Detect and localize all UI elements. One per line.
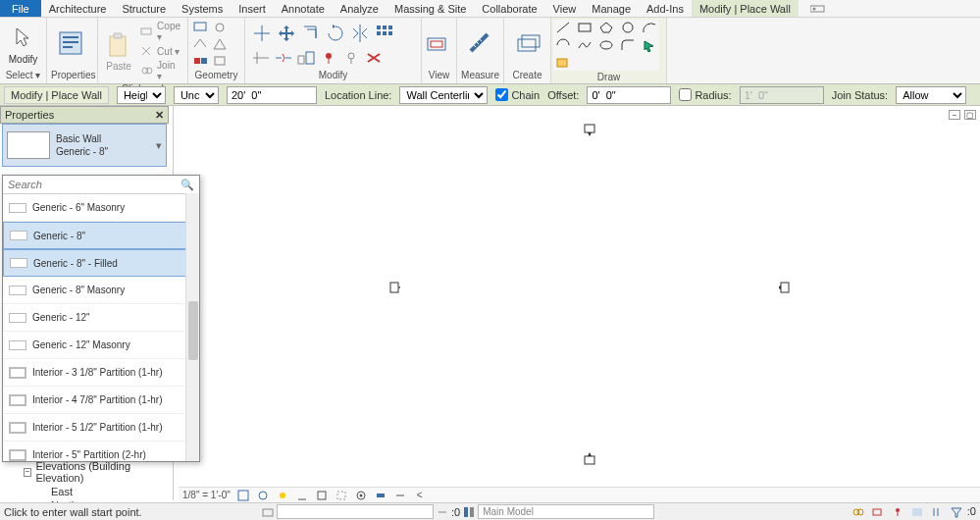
unpin-icon[interactable] — [341, 50, 361, 66]
drawing-canvas[interactable] — [173, 106, 980, 500]
type-selector[interactable]: Basic Wall Generic - 8" ▾ — [2, 124, 167, 167]
delete-icon[interactable] — [364, 50, 384, 66]
select-face-icon[interactable] — [909, 505, 925, 519]
rotate-icon[interactable] — [325, 23, 346, 44]
draw-polygon-icon[interactable] — [596, 20, 616, 35]
select-group-label[interactable]: Select ▾ — [4, 69, 42, 81]
geometry-icon-5[interactable] — [212, 37, 230, 51]
tab-manage[interactable]: Manage — [584, 0, 639, 17]
reveal-icon[interactable] — [374, 489, 387, 502]
select-underlay-icon[interactable] — [870, 505, 886, 519]
type-item[interactable]: Generic - 12" Masonry — [3, 332, 199, 359]
hide-isolate-icon[interactable] — [354, 489, 368, 502]
dropdown-scrollbar[interactable] — [185, 193, 199, 461]
type-item[interactable]: Interior - 5 1/2" Partition (1-hr) — [3, 414, 199, 442]
radius-checkbox[interactable]: Radius: — [679, 88, 731, 101]
tab-structure[interactable]: Structure — [114, 0, 174, 17]
type-item[interactable]: Generic - 12" — [3, 304, 199, 332]
geometry-icon-6[interactable] — [212, 54, 230, 68]
elevation-marker-north[interactable] — [583, 124, 596, 137]
constraint-dropdown[interactable]: Unconﾠ▾ — [174, 86, 219, 104]
align-icon[interactable] — [251, 23, 273, 44]
measure-button[interactable] — [461, 28, 499, 60]
detail-level-icon[interactable] — [236, 489, 250, 502]
temp-view-props-icon[interactable] — [393, 489, 407, 502]
crop-visible-icon[interactable] — [335, 489, 348, 502]
restore-icon[interactable]: ▢ — [964, 110, 976, 120]
tree-node-elevations[interactable]: − Elevations (Building Elevation) — [2, 459, 171, 485]
join-status-dropdown[interactable]: Allow — [896, 86, 966, 104]
search-icon[interactable]: 🔍 — [176, 179, 199, 191]
draw-pickface-icon[interactable] — [553, 55, 573, 71]
minimize-icon[interactable]: − — [949, 110, 960, 120]
worksets-icon[interactable] — [260, 505, 276, 519]
pin-icon[interactable] — [319, 50, 338, 66]
drag-elements-icon[interactable] — [929, 505, 945, 519]
draw-arc2-icon[interactable] — [553, 37, 573, 53]
tree-leaf-east[interactable]: East — [2, 485, 171, 498]
draw-ellipse-icon[interactable] — [596, 37, 616, 53]
create-button[interactable] — [508, 28, 546, 60]
draw-fillet-icon[interactable] — [618, 37, 638, 53]
mirror-icon[interactable] — [349, 23, 371, 44]
type-list[interactable]: Generic - 6" Masonry Generic - 8" Generi… — [3, 194, 199, 461]
elevation-marker-west[interactable] — [387, 281, 400, 294]
geometry-icon-4[interactable] — [212, 21, 230, 34]
type-item[interactable]: Interior - 3 1/8" Partition (1-hr) — [3, 359, 199, 387]
panel-toggle-icon[interactable] — [804, 0, 834, 17]
worksets-dropdown[interactable] — [277, 504, 434, 519]
elevation-marker-south[interactable] — [583, 451, 596, 465]
constraints-icon[interactable]: < — [413, 489, 427, 502]
geometry-icon-2[interactable] — [192, 37, 210, 51]
move-icon[interactable] — [276, 23, 297, 44]
height-input[interactable] — [227, 86, 317, 104]
trim-icon[interactable] — [251, 50, 271, 66]
offset-input[interactable] — [587, 86, 671, 104]
tab-architecture[interactable]: Architecture — [41, 0, 115, 17]
paste-button[interactable]: Paste — [102, 29, 135, 74]
file-tab[interactable]: File — [0, 0, 41, 17]
split-icon[interactable] — [274, 50, 293, 66]
cut-button[interactable]: Cut ▾ — [137, 44, 183, 58]
select-pinned-icon[interactable] — [890, 505, 905, 519]
scrollbar-thumb[interactable] — [188, 301, 198, 360]
tab-analyze[interactable]: Analyze — [333, 0, 387, 17]
properties-close-button[interactable]: ✕ — [155, 109, 164, 122]
scale-icon[interactable] — [296, 50, 316, 66]
tab-annotate[interactable]: Annotate — [274, 0, 333, 17]
visual-style-icon[interactable] — [256, 489, 270, 502]
sun-path-icon[interactable] — [276, 489, 289, 502]
editable-only-icon[interactable] — [435, 505, 450, 519]
join-button[interactable]: Join ▾ — [137, 59, 183, 82]
type-item[interactable]: Generic - 8" Masonry — [3, 277, 199, 304]
view-icon[interactable] — [426, 34, 449, 54]
draw-circle-icon[interactable] — [618, 20, 638, 35]
height-dropdown[interactable]: Height ▾ — [117, 86, 166, 104]
chain-checkbox[interactable]: Chain — [495, 88, 540, 101]
geometry-icon-1[interactable] — [192, 21, 210, 34]
filter-icon[interactable] — [949, 505, 964, 519]
crop-icon[interactable] — [315, 489, 329, 502]
shadows-icon[interactable] — [295, 489, 309, 502]
draw-pick-icon[interactable] — [640, 37, 659, 53]
select-links-icon[interactable] — [851, 505, 866, 519]
design-options-dropdown[interactable]: Main Model — [478, 504, 654, 519]
tab-collaborate[interactable]: Collaborate — [474, 0, 544, 17]
array-icon[interactable] — [374, 23, 395, 44]
tab-modify-place-wall[interactable]: Modify | Place Wall — [692, 0, 799, 17]
type-item[interactable]: Generic - 6" Masonry — [3, 194, 199, 222]
tab-addins[interactable]: Add-Ins — [639, 0, 692, 17]
properties-button[interactable] — [51, 28, 92, 60]
offset-icon[interactable] — [300, 23, 322, 44]
tree-collapse-icon[interactable]: − — [24, 468, 31, 477]
view-scale[interactable]: 1/8" = 1'-0" — [182, 490, 231, 500]
elevation-marker-east[interactable] — [779, 281, 793, 294]
type-search-input[interactable] — [3, 176, 176, 193]
tab-systems[interactable]: Systems — [174, 0, 231, 17]
draw-arc-icon[interactable] — [640, 20, 659, 35]
cope-button[interactable]: Cope ▾ — [137, 20, 183, 43]
type-item[interactable]: Generic - 8" - Filled — [3, 249, 199, 277]
geometry-icon-3[interactable] — [192, 54, 210, 68]
draw-line-icon[interactable] — [553, 20, 573, 35]
draw-rect-icon[interactable] — [575, 20, 594, 35]
